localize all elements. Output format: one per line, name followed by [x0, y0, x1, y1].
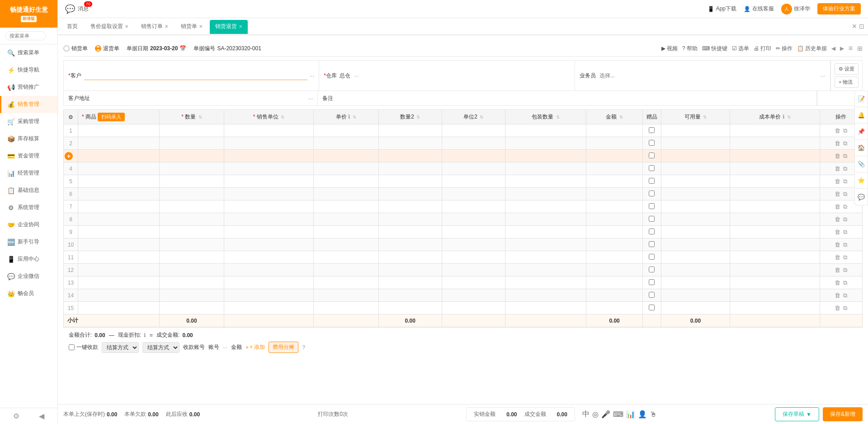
delete-row-btn[interactable]: 🗑 — [835, 267, 840, 274]
save-draft-btn[interactable]: 保存草稿 ▼ — [775, 407, 819, 421]
toolbar-shortcuts[interactable]: ⌨ 快捷键 — [702, 45, 727, 52]
scan-input-btn[interactable]: 扫码录入 — [98, 113, 125, 121]
sidebar-settings-btn[interactable]: ⚙ — [13, 412, 19, 420]
camera-icon[interactable]: ◎ — [592, 410, 599, 419]
add-payment-btn[interactable]: + + 添加 — [245, 343, 265, 351]
dropdown-arrow-icon[interactable]: ▼ — [806, 411, 811, 418]
calendar-icon[interactable]: 📅 — [179, 45, 186, 52]
sales-unit-cell[interactable] — [224, 137, 313, 150]
qty2-cell[interactable] — [378, 137, 442, 150]
nav-search-input[interactable] — [5, 31, 46, 40]
sales-unit-cell[interactable] — [224, 124, 313, 137]
note-input[interactable] — [336, 94, 812, 102]
tab-close-icon[interactable]: ✕ — [125, 24, 128, 29]
side-icon-chat[interactable]: 💬 — [855, 189, 868, 205]
nav-next-btn[interactable]: ▶ — [840, 45, 844, 52]
address-input[interactable] — [93, 94, 306, 102]
delete-row-btn[interactable]: 🗑 — [835, 127, 840, 134]
view-list-btn[interactable]: ≡ — [849, 44, 853, 52]
copy-row-btn[interactable]: ⧉ — [843, 254, 847, 261]
online-service-item[interactable]: 👤 在线客服 — [744, 5, 774, 13]
available-cell[interactable] — [661, 150, 730, 162]
delete-row-btn[interactable]: 🗑 — [835, 305, 840, 312]
amount-cell[interactable] — [586, 137, 643, 150]
sidebar-item-marketing[interactable]: 📢 营销推广 — [0, 79, 57, 96]
message-icon[interactable]: 💬 — [65, 4, 75, 14]
delete-row-btn[interactable]: 🗑 — [835, 165, 840, 172]
logistics-btn[interactable]: + 物流 — [835, 76, 859, 88]
close-tab-btn[interactable]: ✕ — [852, 23, 857, 30]
sidebar-item-system[interactable]: ⚙ 系统管理 — [0, 199, 57, 216]
copy-row-btn[interactable]: ⧉ — [843, 241, 847, 248]
copy-row-btn[interactable]: ⧉ — [843, 203, 847, 210]
unit2-cell[interactable] — [442, 137, 505, 150]
sidebar-item-search[interactable]: 🔍 搜索菜单 — [0, 44, 57, 62]
fee-info-icon[interactable]: ? — [302, 344, 305, 351]
settlement-method-select[interactable]: 结算方式 — [102, 342, 139, 353]
product-cell[interactable] — [78, 137, 160, 150]
delete-row-btn[interactable]: 🗑 — [835, 178, 840, 185]
cash-discount-info[interactable]: ℹ — [144, 332, 146, 338]
customer-ellipsis-btn[interactable]: ··· — [309, 72, 314, 79]
sidebar-item-basic-info[interactable]: 📋 基础信息 — [0, 182, 57, 199]
qty2-cell[interactable] — [378, 150, 442, 162]
unit2-cell[interactable] — [442, 150, 505, 162]
copy-row-btn[interactable]: ⧉ — [843, 279, 847, 286]
fee-split-btn[interactable]: 费用分摊 — [269, 342, 298, 353]
add-row-btn[interactable]: + — [65, 152, 73, 160]
product-cell[interactable] — [78, 124, 160, 137]
app-download-item[interactable]: 📱 App下载 — [708, 5, 736, 13]
copy-row-btn[interactable]: ⧉ — [843, 165, 847, 172]
side-icon-star[interactable]: ⭐ — [855, 172, 868, 189]
sidebar-item-inventory[interactable]: 📦 库存核算 — [0, 130, 57, 148]
tab-sales-bill[interactable]: 销货单 ✕ — [175, 20, 208, 34]
pkg-qty-cell[interactable] — [505, 124, 586, 137]
topbar-notification[interactable]: 💬 70 消息 — [65, 4, 89, 14]
side-icon-attach[interactable]: 📎 — [855, 156, 868, 172]
experience-button[interactable]: 体验行业方案 — [817, 3, 861, 14]
radio-sales-bill[interactable]: 销货单 — [63, 45, 88, 52]
address-ellipsis-btn[interactable]: ··· — [308, 95, 313, 102]
delete-row-btn[interactable]: 🗑 — [835, 152, 840, 160]
toolbar-video[interactable]: ▶ 视频 — [661, 45, 678, 52]
cost-price-cell[interactable] — [730, 137, 820, 150]
sidebar-item-apps[interactable]: 📱 应用中心 — [0, 251, 57, 268]
billing-method-select[interactable]: 结算方式 — [142, 342, 179, 353]
toolbar-history[interactable]: 📋 历史单据 — [797, 45, 827, 52]
sidebar-item-operations[interactable]: 📊 经营管理 — [0, 165, 57, 182]
radio-return-bill[interactable]: 退货单 — [95, 45, 119, 52]
side-icon-alert[interactable]: 🔔 — [855, 107, 868, 124]
copy-row-btn[interactable]: ⧉ — [843, 127, 847, 134]
side-icon-notes[interactable]: 📝 — [855, 91, 868, 107]
qty-cell[interactable] — [160, 137, 224, 150]
unit-price-cell[interactable] — [314, 137, 379, 150]
one-click-payment-checkbox[interactable]: 一键收款 — [69, 343, 98, 351]
product-cell-active[interactable] — [78, 150, 160, 162]
delete-row-btn[interactable]: 🗑 — [835, 279, 840, 286]
qty-cell[interactable] — [160, 150, 224, 162]
copy-row-btn[interactable]: ⧉ — [843, 305, 847, 312]
delete-row-btn[interactable]: 🗑 — [835, 203, 840, 210]
warehouse-ellipsis-btn[interactable]: ··· — [354, 72, 359, 79]
toolbar-select[interactable]: ☑ 选单 — [732, 45, 749, 52]
tab-close-icon[interactable]: ✕ — [199, 24, 203, 29]
unit-price-cell[interactable] — [314, 150, 379, 162]
side-icon-home[interactable]: 🏠 — [855, 140, 868, 156]
cursor-icon[interactable]: 🖱 — [650, 410, 657, 419]
view-grid-btn[interactable]: ⊞ — [857, 45, 863, 52]
qty-cell[interactable] — [160, 124, 224, 137]
available-cell[interactable] — [661, 137, 730, 150]
delete-row-btn[interactable]: 🗑 — [835, 292, 840, 299]
sidebar-item-wechat[interactable]: 💬 企业微信 — [0, 268, 57, 285]
amount-cell[interactable] — [586, 124, 643, 137]
sidebar-collapse-btn[interactable]: ◀ — [39, 412, 44, 420]
copy-row-btn[interactable]: ⧉ — [843, 292, 847, 299]
copy-row-btn[interactable]: ⧉ — [843, 216, 847, 223]
delete-row-btn[interactable]: 🗑 — [835, 191, 840, 198]
user-profile-item[interactable]: 人 徐泽华 — [781, 4, 810, 14]
sidebar-item-shortcut[interactable]: ⚡ 快捷导航 — [0, 62, 57, 79]
delete-row-btn[interactable]: 🗑 — [835, 140, 840, 147]
settings-btn[interactable]: ⚙ 设置 — [835, 63, 859, 75]
copy-row-btn[interactable]: ⧉ — [843, 191, 847, 198]
toolbar-operate[interactable]: ✏ 操作 — [776, 45, 793, 52]
